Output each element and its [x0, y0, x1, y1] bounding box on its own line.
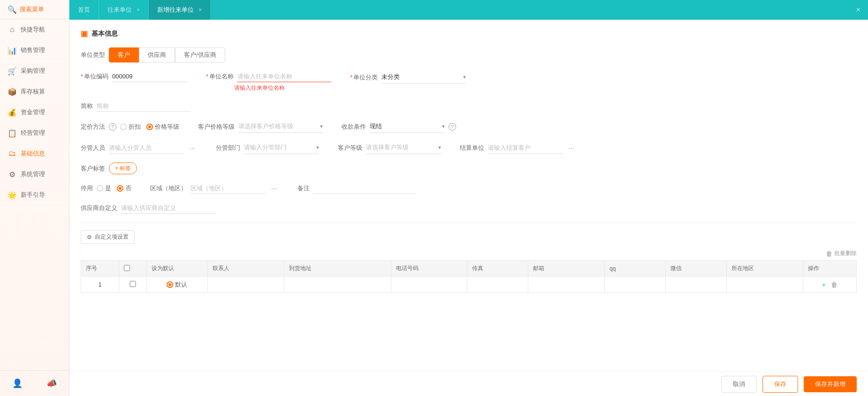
- radio-price-level[interactable]: 价格等级: [146, 123, 179, 131]
- dept-select[interactable]: 请输入分管部门 ▾: [244, 141, 319, 154]
- radio-discount-label: 折扣: [129, 123, 141, 131]
- cell-wechat[interactable]: [666, 277, 727, 293]
- col-checkbox: [119, 261, 147, 277]
- dept-placeholder: 请输入分管部门: [244, 143, 314, 152]
- search-menu[interactable]: 🔍 搜索菜单: [0, 0, 69, 19]
- sidebar-item-guide[interactable]: 🌟 新手引导: [0, 185, 69, 205]
- default-radio[interactable]: 默认: [152, 280, 203, 289]
- region-table-input[interactable]: [731, 281, 798, 288]
- short-name-input[interactable]: [97, 101, 190, 112]
- unit-name-input[interactable]: [237, 71, 331, 82]
- unit-code-input[interactable]: [112, 71, 187, 82]
- sidebar-item-basic[interactable]: 🗂 基础信息: [0, 143, 69, 164]
- sidebar-item-inventory[interactable]: 📦 库存核算: [0, 81, 69, 102]
- col-phone: 电话号码: [391, 261, 467, 277]
- pricing-help-icon[interactable]: ?: [109, 123, 116, 131]
- col-qq: qq: [605, 261, 666, 277]
- customer-price-level-label: 客户价格等级: [198, 123, 235, 131]
- select-all-checkbox[interactable]: [124, 265, 130, 271]
- customer-level-group: 客户等级 请选择客户等级 ▾: [338, 141, 441, 154]
- col-fax: 传真: [467, 261, 528, 277]
- wechat-input[interactable]: [670, 281, 722, 288]
- tab-home[interactable]: 首页: [69, 0, 99, 20]
- tab-new-partner-close[interactable]: ×: [198, 7, 202, 13]
- cell-fax[interactable]: [467, 277, 528, 293]
- radio-price-level-label: 价格等级: [155, 123, 179, 131]
- cell-region[interactable]: [727, 277, 803, 293]
- payment-terms-select[interactable]: 现结 ▾: [370, 120, 445, 133]
- cell-contact[interactable]: [208, 277, 284, 293]
- trash-icon: 🗑: [826, 250, 832, 257]
- short-name-label: 简称: [81, 102, 93, 110]
- supplier-custom-group: 供应商自定义: [81, 202, 215, 214]
- customer-price-level-select[interactable]: 请选择客户价格等级 ▾: [238, 120, 323, 133]
- batch-delete-btn[interactable]: 🗑 批量删除: [81, 249, 857, 257]
- bottom-bar: 取消 保存 保存并新增: [69, 372, 868, 396]
- disabled-radio-group: 是 否: [97, 184, 131, 193]
- contact-input[interactable]: [213, 281, 279, 288]
- payment-terms-value: 现结: [370, 122, 440, 131]
- sidebar-item-label: 销售管理: [21, 46, 45, 54]
- cell-address[interactable]: [284, 277, 391, 293]
- sidebar-item-finance[interactable]: 💰 资金管理: [0, 102, 69, 123]
- radio-yes[interactable]: 是: [97, 184, 111, 193]
- settlement-more-icon[interactable]: ···: [567, 144, 576, 152]
- phone-input[interactable]: [396, 281, 463, 288]
- manager-more-icon[interactable]: ···: [188, 144, 197, 152]
- chevron-down-icon: ▾: [442, 123, 445, 130]
- unit-name-error: 请输入往来单位名称: [234, 84, 285, 92]
- cell-checkbox: [119, 277, 147, 293]
- remark-input[interactable]: [313, 183, 417, 194]
- qq-input[interactable]: [609, 281, 661, 288]
- customer-level-select[interactable]: 请选择客户等级 ▾: [366, 141, 441, 154]
- email-input[interactable]: [533, 281, 600, 288]
- add-row-btn[interactable]: +: [820, 281, 828, 288]
- tag-add-button[interactable]: + 标签: [109, 163, 137, 174]
- notification-icon[interactable]: 📣: [43, 374, 61, 392]
- remark-label: 备注: [297, 184, 310, 193]
- radio-discount[interactable]: 折扣: [120, 123, 141, 131]
- cell-phone[interactable]: [391, 277, 467, 293]
- radio-discount-circle: [120, 124, 127, 130]
- tabs-bar: 首页 往来单位 × 新增往来单位 × ×: [69, 0, 868, 20]
- region-more-icon[interactable]: ···: [269, 185, 279, 192]
- row-checkbox[interactable]: [124, 281, 142, 287]
- tab-partners[interactable]: 往来单位 ×: [99, 0, 149, 20]
- type-btn-supplier[interactable]: 供应商: [139, 47, 175, 62]
- unit-name-label: *单位名称: [206, 72, 234, 81]
- sales-icon: 📊: [8, 46, 17, 55]
- cell-qq[interactable]: [605, 277, 666, 293]
- user-icon[interactable]: 👤: [8, 374, 26, 392]
- region-input[interactable]: [190, 183, 266, 194]
- radio-no[interactable]: 否: [117, 184, 131, 193]
- close-all-tabs[interactable]: ×: [849, 0, 868, 20]
- cell-email[interactable]: [528, 277, 605, 293]
- tab-partners-close[interactable]: ×: [137, 7, 140, 13]
- delete-row-btn[interactable]: 🗑: [829, 281, 839, 288]
- cancel-button[interactable]: 取消: [721, 376, 757, 393]
- address-input[interactable]: [289, 281, 386, 288]
- fax-input[interactable]: [472, 281, 523, 288]
- settlement-unit-input[interactable]: [488, 142, 563, 154]
- chevron-down-icon: ▾: [316, 144, 319, 151]
- tab-new-partner[interactable]: 新增往来单位 ×: [149, 0, 211, 20]
- guide-icon: 🌟: [8, 190, 17, 200]
- unit-category-select[interactable]: 未分类 ▾: [381, 71, 466, 84]
- disabled-group: 停用 是 否: [81, 184, 131, 193]
- sidebar-item-operations[interactable]: 📋 经营管理: [0, 123, 69, 143]
- manager-input[interactable]: [109, 142, 184, 154]
- save-and-new-button[interactable]: 保存并新增: [804, 376, 857, 392]
- short-name-row: 简称: [81, 101, 857, 112]
- type-btn-both[interactable]: 客户/供应商: [175, 47, 225, 62]
- type-btn-customer[interactable]: 客户: [109, 47, 139, 62]
- sidebar-item-purchase[interactable]: 🛒 采购管理: [0, 61, 69, 81]
- customer-tag-label: 客户标签: [81, 164, 105, 173]
- supplier-custom-input[interactable]: [121, 202, 215, 214]
- sidebar-item-quick-nav[interactable]: ⌂ 快捷导航: [0, 19, 69, 40]
- save-button[interactable]: 保存: [762, 376, 798, 393]
- payment-help-icon[interactable]: ?: [449, 123, 456, 131]
- custom-settings-button[interactable]: ⚙ 自定义项设置: [81, 230, 135, 244]
- sidebar-item-system[interactable]: ⚙ 系统管理: [0, 164, 69, 185]
- sidebar-item-sales[interactable]: 📊 销售管理: [0, 40, 69, 61]
- chevron-down-icon: ▾: [438, 144, 441, 151]
